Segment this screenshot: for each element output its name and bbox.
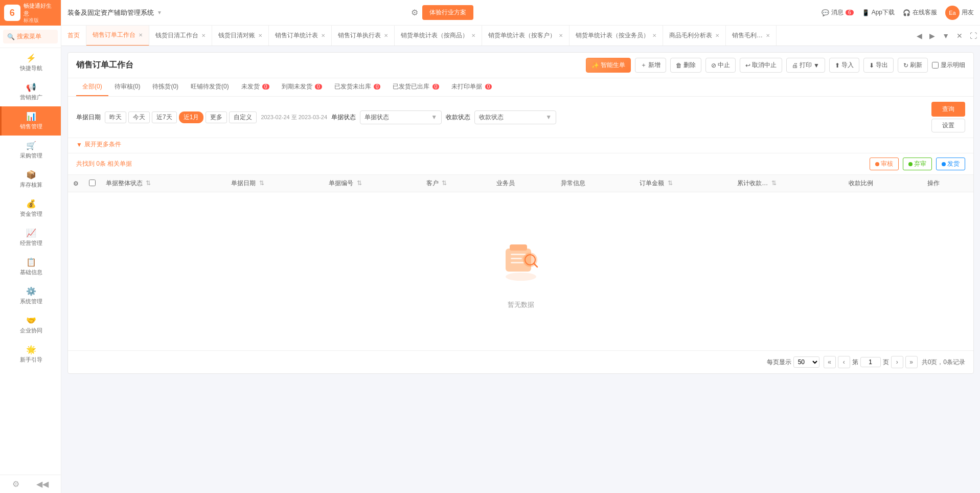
- tab-sales-workbench[interactable]: 销售订单工作台 ✕: [86, 26, 149, 46]
- next-page-button[interactable]: ›: [891, 356, 903, 368]
- ai-generate-button[interactable]: ✨ 智能生单: [586, 58, 631, 73]
- tab-maximize-button[interactable]: ⛶: [967, 31, 980, 41]
- cancel-review-quick-button[interactable]: 弃审: [903, 158, 932, 170]
- date-7days-button[interactable]: 近7天: [152, 111, 177, 123]
- tab-sales-stat[interactable]: 销售订单统计表 ✕: [269, 26, 332, 46]
- delete-button[interactable]: 🗑 删除: [670, 58, 701, 73]
- table-header-row: ⚙ 单据整体状态 ⇅ 单据日期 ⇅ 单据编号: [68, 175, 973, 192]
- date-more-button[interactable]: 更多: [206, 111, 227, 123]
- sidebar-item-quick-nav[interactable]: ⚡ 快捷导航: [0, 48, 61, 77]
- app-download-button[interactable]: 📱 App下载: [862, 8, 895, 17]
- table-col-status[interactable]: 单据整体状态 ⇅: [101, 175, 226, 192]
- finance-icon: 💰: [26, 199, 36, 209]
- sidebar-item-inventory[interactable]: 📦 库存核算: [0, 165, 61, 194]
- filter-tab-shipped-out[interactable]: 已发货已出库 0: [386, 78, 445, 96]
- filter-tab-pending-pick[interactable]: 待拣货(0): [146, 78, 185, 96]
- tab-scroll-left-button[interactable]: ◀: [914, 31, 925, 41]
- table-col-setting[interactable]: ⚙: [68, 175, 84, 192]
- table-scroll-area[interactable]: ⚙ 单据整体状态 ⇅ 单据日期 ⇅ 单据编号: [68, 175, 973, 350]
- table-col-amount[interactable]: 订单金额 ⇅: [634, 175, 732, 192]
- tab-close-icon[interactable]: ✕: [652, 33, 656, 38]
- select-all-checkbox[interactable]: [89, 180, 96, 186]
- tab-close-all-button[interactable]: ✕: [953, 31, 966, 41]
- filter-tab-overdue-not-shipped[interactable]: 到期未发货 0: [276, 78, 328, 96]
- online-service-button[interactable]: 🎧 在线客服: [903, 8, 937, 17]
- tab-sales-by-staff[interactable]: 销货单统计表（按业务员） ✕: [569, 26, 663, 46]
- sidebar-item-basic[interactable]: 📋 基础信息: [0, 252, 61, 281]
- filter-tab-wangpu[interactable]: 旺铺待发货(0): [185, 78, 235, 96]
- query-button[interactable]: 查询: [931, 102, 965, 117]
- date-today-button[interactable]: 今天: [128, 111, 150, 123]
- messages-button[interactable]: 💬 消息 6: [822, 8, 854, 17]
- date-month-button[interactable]: 近1月: [179, 111, 204, 123]
- tab-close-icon[interactable]: ✕: [766, 33, 770, 38]
- prev-page-button[interactable]: ‹: [838, 356, 850, 368]
- tab-sales-margin[interactable]: 销售毛利… ✕: [726, 26, 777, 46]
- tab-close-icon[interactable]: ✕: [321, 33, 325, 38]
- expand-conditions-button[interactable]: ▼ 展开更多条件: [76, 140, 965, 149]
- table-col-date[interactable]: 单据日期 ⇅: [226, 175, 324, 192]
- payment-filter-select[interactable]: 收款状态 ▼: [474, 110, 556, 124]
- tab-close-icon[interactable]: ✕: [715, 33, 719, 38]
- sidebar-item-purchase[interactable]: 🛒 采购管理: [0, 136, 61, 165]
- date-custom-button[interactable]: 自定义: [229, 111, 257, 123]
- tab-home[interactable]: 首页: [61, 26, 86, 46]
- last-page-button[interactable]: »: [905, 356, 918, 368]
- show-detail-label[interactable]: 显示明细: [932, 61, 965, 70]
- filter-tab-shipped-not-out[interactable]: 已发货未出库 0: [328, 78, 387, 96]
- search-menu-button[interactable]: 🔍 搜索菜单: [3, 30, 58, 43]
- new-button[interactable]: ＋ 新增: [635, 58, 666, 73]
- tab-close-icon[interactable]: ✕: [258, 33, 262, 38]
- filter-tab-all[interactable]: 全部(0): [76, 78, 108, 96]
- tab-gross-profit[interactable]: 商品毛利分析表 ✕: [663, 26, 726, 46]
- sidebar-item-guide[interactable]: 🌟 新手引导: [0, 340, 61, 369]
- sidebar-item-sales[interactable]: 📊 销售管理: [0, 106, 61, 136]
- industry-solution-button[interactable]: 体验行业方案: [422, 5, 473, 20]
- table-col-exception[interactable]: 异常信息: [556, 175, 634, 192]
- user-area[interactable]: Ea 用友: [945, 6, 974, 20]
- first-page-button[interactable]: «: [824, 356, 836, 368]
- tab-close-icon[interactable]: ✕: [559, 33, 563, 38]
- ship-quick-button[interactable]: 发货: [936, 158, 965, 170]
- tab-sales-by-product[interactable]: 销货单统计表（按商品） ✕: [395, 26, 482, 46]
- date-yesterday-button[interactable]: 昨天: [105, 111, 126, 123]
- table-col-salesperson[interactable]: 业务员: [491, 175, 556, 192]
- tab-sales-exec[interactable]: 销售订单执行表 ✕: [332, 26, 395, 46]
- page-size-select[interactable]: 10 20 50 100: [793, 356, 819, 368]
- sidebar-item-marketing[interactable]: 📢 营销推广: [0, 77, 61, 106]
- import-button[interactable]: ⬆ 导入: [829, 58, 859, 73]
- show-detail-checkbox[interactable]: [932, 62, 939, 69]
- table-col-checkbox[interactable]: [84, 175, 101, 192]
- status-filter-select[interactable]: 单据状态 ▼: [360, 110, 442, 124]
- print-button[interactable]: 🖨 打印 ▼: [786, 58, 825, 73]
- tab-close-icon[interactable]: ✕: [139, 32, 143, 38]
- filter-tab-pending-review[interactable]: 待审核(0): [108, 78, 147, 96]
- settings-bottom-button[interactable]: ⚙: [12, 479, 19, 489]
- collapse-sidebar-button[interactable]: ◀◀: [36, 479, 49, 489]
- tab-more-button[interactable]: ▼: [939, 31, 952, 41]
- gear-button[interactable]: ⚙: [411, 8, 418, 17]
- sidebar-item-finance[interactable]: 💰 资金管理: [0, 194, 61, 223]
- tab-sales-by-customer[interactable]: 销货单统计表（按客户） ✕: [482, 26, 569, 46]
- export-button[interactable]: ⬇ 导出: [863, 58, 894, 73]
- tab-cash-daily[interactable]: 钱货日清工作台 ✕: [149, 26, 212, 46]
- table-col-customer[interactable]: 客户 ⇅: [421, 175, 491, 192]
- page-number-input[interactable]: [860, 357, 881, 367]
- sidebar-item-system[interactable]: ⚙️ 系统管理: [0, 281, 61, 310]
- cancel-stop-button[interactable]: ↩ 取消中止: [740, 58, 782, 73]
- tab-scroll-right-button[interactable]: ▶: [926, 31, 938, 41]
- refresh-button[interactable]: ↻ 刷新: [898, 58, 928, 73]
- tab-close-icon[interactable]: ✕: [384, 33, 388, 38]
- sidebar-item-operation[interactable]: 📈 经营管理: [0, 223, 61, 252]
- filter-tab-not-shipped[interactable]: 未发货 0: [235, 78, 276, 96]
- sidebar-item-enterprise[interactable]: 🤝 企业协同: [0, 310, 61, 340]
- tab-close-icon[interactable]: ✕: [201, 33, 206, 38]
- stop-button[interactable]: ⊘ 中止: [705, 58, 736, 73]
- tab-close-icon[interactable]: ✕: [471, 33, 475, 38]
- settings-filter-button[interactable]: 设置: [931, 119, 965, 132]
- table-col-number[interactable]: 单据编号 ⇅: [324, 175, 421, 192]
- table-col-collected[interactable]: 累计收款… ⇅: [732, 175, 844, 192]
- tab-cash-reconcile[interactable]: 钱货日清对账 ✕: [212, 26, 269, 46]
- review-quick-button[interactable]: 审核: [870, 158, 899, 170]
- filter-tab-unprinted[interactable]: 未打印单据 0: [445, 78, 498, 96]
